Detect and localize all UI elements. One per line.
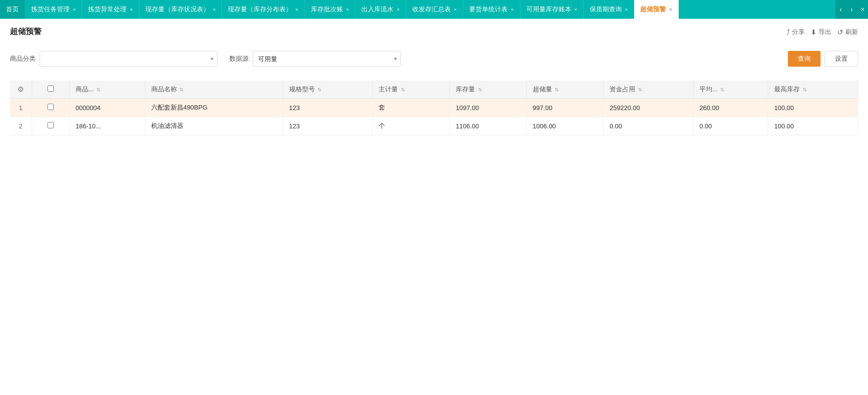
sort-icon-unit: ⇅ — [401, 87, 405, 92]
category-label: 商品分类 — [10, 54, 36, 63]
cell-spec-1: 123 — [283, 117, 373, 135]
close-icon-expiry-query[interactable]: × — [625, 7, 628, 12]
nav-item-home[interactable]: 首页 — [0, 0, 25, 19]
th-product-name[interactable]: 商品名称 ⇅ — [145, 80, 283, 99]
th-spec[interactable]: 规格型号 ⇅ — [283, 80, 373, 99]
cell-max-stock-1: 100.00 — [768, 117, 858, 135]
export-button[interactable]: ⬇ 导出 — [811, 28, 831, 37]
close-icon-abnormal[interactable]: × — [130, 7, 132, 12]
refresh-button[interactable]: ↺ 刷新 — [837, 28, 858, 37]
nav-item-available-account[interactable]: 可用量库存账本 × — [521, 0, 584, 19]
nav-prev-button[interactable]: ‹ — [835, 0, 846, 19]
nav-item-inout-flow[interactable]: 出入库流水 × — [355, 0, 406, 19]
cell-stock-0: 1097.00 — [449, 99, 526, 117]
nav-label-inventory-dist: 现存量（库存分布表） — [228, 5, 292, 14]
data-table: ⚙ 商品... ⇅ 商品名称 ⇅ 规格型号 ⇅ 主计量 — [10, 80, 858, 135]
nav-item-task-mgmt[interactable]: 拣货任务管理 × — [25, 0, 82, 19]
th-max-stock-label: 最高库存 — [774, 85, 800, 93]
cell-max-stock-0: 100.00 — [768, 99, 858, 117]
cell-overstock-1: 1006.00 — [526, 117, 604, 135]
nav-item-batch-account[interactable]: 库存批次账 × — [305, 0, 355, 19]
cell-unit-1: 个 — [373, 117, 450, 135]
cell-index-1: 2 — [10, 117, 32, 135]
nav-label-collect-summary: 收发存汇总表 — [412, 5, 451, 14]
close-icon-available-account[interactable]: × — [574, 7, 577, 12]
th-overstock[interactable]: 超储量 ⇅ — [526, 80, 604, 99]
cell-index-0: 1 — [10, 99, 32, 117]
nav-label-expiry-query: 保质期查询 — [590, 5, 622, 14]
sort-icon-capital: ⇅ — [638, 87, 642, 92]
datasource-select[interactable]: 可用量 — [253, 51, 401, 67]
select-all-checkbox[interactable] — [47, 85, 54, 92]
row-checkbox-1[interactable] — [47, 122, 54, 128]
nav-item-abnormal[interactable]: 拣货异常处理 × — [82, 0, 139, 19]
th-max-stock[interactable]: 最高库存 ⇅ — [768, 80, 858, 99]
nav-label-inventory-status: 现存量（库存状况表） — [145, 5, 210, 14]
page-title: 超储预警 — [10, 27, 42, 37]
nav-label-batch-account: 库存批次账 — [311, 5, 343, 14]
filter-actions: 查询 设置 — [788, 51, 858, 67]
close-icon-collect-summary[interactable]: × — [454, 7, 457, 12]
page-content: 超储预警 ⤴ 分享 ⬇ 导出 ↺ 刷新 商品分类 — [0, 19, 868, 395]
nav-item-overstock-alert[interactable]: 超储预警 × — [634, 0, 678, 19]
th-unit-label: 主计量 — [379, 85, 398, 93]
close-icon-order-stats[interactable]: × — [511, 7, 514, 12]
category-filter: 商品分类 — [10, 51, 217, 67]
nav-label-order-stats: 要货单统计表 — [469, 5, 508, 14]
refresh-icon: ↺ — [837, 28, 843, 36]
th-unit[interactable]: 主计量 ⇅ — [373, 80, 450, 99]
th-avg[interactable]: 平均... ⇅ — [693, 80, 768, 99]
settings-button[interactable]: 设置 — [825, 51, 858, 67]
cell-checkbox-1[interactable] — [32, 117, 69, 135]
sort-icon-product-name: ⇅ — [179, 87, 183, 92]
close-icon-batch-account[interactable]: × — [346, 7, 349, 12]
filter-bar: 商品分类 数据源 可用量 查询 设置 — [10, 45, 858, 73]
row-checkbox-0[interactable] — [47, 104, 54, 110]
th-settings[interactable]: ⚙ — [10, 80, 32, 99]
nav-item-order-stats[interactable]: 要货单统计表 × — [463, 0, 520, 19]
nav-label-task-mgmt: 拣货任务管理 — [31, 5, 70, 14]
cell-checkbox-0[interactable] — [32, 99, 69, 117]
th-spec-label: 规格型号 — [289, 85, 315, 93]
nav-label-inout-flow: 出入库流水 — [361, 5, 393, 14]
table-row: 2 186-10... 机油滤清器 123 个 1106.00 1006.00 … — [10, 117, 858, 135]
cell-product-code-1: 186-10... — [69, 117, 145, 135]
th-capital[interactable]: 资金占用 ⇅ — [604, 80, 694, 99]
page-header: 超储预警 ⤴ 分享 ⬇ 导出 ↺ 刷新 — [10, 27, 858, 37]
export-icon: ⬇ — [811, 28, 817, 36]
th-checkbox — [32, 80, 69, 99]
share-label: 分享 — [792, 28, 805, 37]
datasource-label: 数据源 — [229, 54, 249, 63]
datasource-select-wrapper: 可用量 — [253, 51, 401, 67]
nav-item-collect-summary[interactable]: 收发存汇总表 × — [406, 0, 463, 19]
cell-unit-0: 套 — [373, 99, 450, 117]
nav-more-button[interactable]: × — [857, 0, 868, 19]
nav-item-inventory-dist[interactable]: 现存量（库存分布表） × — [222, 0, 304, 19]
query-button[interactable]: 查询 — [788, 51, 821, 67]
category-select-wrapper — [40, 51, 217, 67]
close-icon-inventory-dist[interactable]: × — [295, 7, 298, 12]
close-icon-inventory-status[interactable]: × — [213, 7, 216, 12]
gear-icon[interactable]: ⚙ — [17, 85, 24, 93]
th-stock-label: 库存量 — [456, 85, 475, 93]
export-label: 导出 — [819, 28, 831, 37]
share-button[interactable]: ⤴ 分享 — [786, 28, 805, 37]
cell-stock-1: 1106.00 — [449, 117, 526, 135]
th-product-code[interactable]: 商品... ⇅ — [69, 80, 145, 99]
cell-spec-0: 123 — [283, 99, 373, 117]
th-stock[interactable]: 库存量 ⇅ — [449, 80, 526, 99]
sort-icon-overstock: ⇅ — [555, 87, 559, 92]
close-icon-task-mgmt[interactable]: × — [73, 7, 76, 12]
table-row: 1 0000004 六配套新昌490BPG 123 套 1097.00 997.… — [10, 99, 858, 117]
nav-item-inventory-status[interactable]: 现存量（库存状况表） × — [139, 0, 222, 19]
category-select[interactable] — [40, 51, 217, 67]
sort-icon-max-stock: ⇅ — [803, 87, 807, 92]
cell-product-name-1: 机油滤清器 — [145, 117, 283, 135]
nav-right-controls: ‹ › × — [835, 0, 868, 19]
close-icon-overstock-alert[interactable]: × — [669, 7, 672, 12]
nav-label-home: 首页 — [6, 5, 19, 14]
nav-item-expiry-query[interactable]: 保质期查询 × — [584, 0, 634, 19]
close-icon-inout-flow[interactable]: × — [396, 7, 399, 12]
nav-next-button[interactable]: › — [846, 0, 857, 19]
th-product-name-label: 商品名称 — [151, 85, 177, 93]
